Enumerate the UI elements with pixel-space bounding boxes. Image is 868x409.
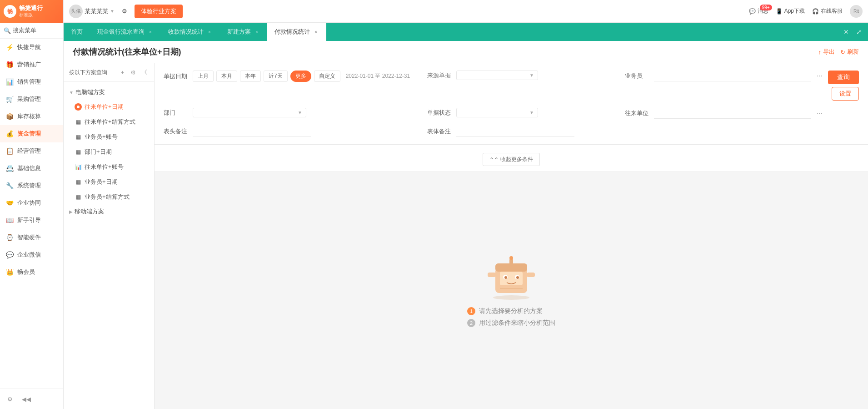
tab-new-scheme[interactable]: 新建方案 × xyxy=(220,23,267,41)
partner-input[interactable] xyxy=(654,108,811,119)
data-area: 1 请先选择要分析的方案 2 用过滤条件来缩小分析范围 xyxy=(155,172,868,409)
sidebar-item-sales[interactable]: 📊 销售管理 xyxy=(0,73,63,91)
tab-payment-stats-close[interactable]: × xyxy=(206,29,213,35)
sidebar-item-basic-info[interactable]: 📇 基础信息 xyxy=(0,160,63,177)
svg-point-0 xyxy=(493,295,529,300)
source-field: 来源单据 ▼ xyxy=(427,71,625,80)
sidebar: 畅 畅捷通行 标准版 🔍 搜索菜单 ⚡ 快捷导航 🎁 营销推广 📊 销售管理 🛒… xyxy=(0,0,64,409)
add-scheme-btn[interactable]: ＋ xyxy=(118,68,127,77)
sidebar-collapse-btn[interactable]: ◀◀ xyxy=(20,393,33,405)
topbar-settings-btn[interactable]: ⚙ xyxy=(118,5,131,18)
body-note-input[interactable] xyxy=(456,126,574,137)
staff-input[interactable] xyxy=(654,71,811,81)
query-btn[interactable]: 查询 xyxy=(828,71,859,84)
sidebar-item-vip[interactable]: 👑 畅会员 xyxy=(0,263,63,281)
empty-illustration xyxy=(484,254,539,300)
export-btn[interactable]: ↑ 导出 xyxy=(818,48,835,56)
app-download-btn[interactable]: 📱 App下载 xyxy=(776,7,805,15)
sidebar-item-purchase[interactable]: 🛒 采购管理 xyxy=(0,91,63,108)
desktop-group-header[interactable]: ▼ 电脑端方案 xyxy=(64,86,154,99)
scheme-table-icon: ▦ xyxy=(75,133,82,141)
scheme-settings-btn[interactable]: ⚙ xyxy=(129,68,138,77)
tab-pay-stats[interactable]: 付款情况统计 × xyxy=(267,23,326,41)
date-btn-custom[interactable]: 自定义 xyxy=(314,71,340,82)
filter-area: 单据日期 上月 本月 本年 近7天 更多 自定义 2022-01-01 至 20… xyxy=(155,63,868,409)
sidebar-item-label: 营销推广 xyxy=(17,61,41,69)
sidebar-item-capital[interactable]: 💰 资金管理 xyxy=(0,125,63,142)
empty-tips: 1 请先选择要分析的方案 2 用过滤条件来缩小分析范围 xyxy=(467,307,555,327)
sidebar-item-hardware[interactable]: ⌚ 智能硬件 xyxy=(0,229,63,246)
basic-info-icon: 📇 xyxy=(5,164,14,172)
voucher-status-field: 单据状态 ▼ xyxy=(427,108,625,117)
trial-btn[interactable]: 体验行业方案 xyxy=(135,5,183,18)
scheme-item-dept-date[interactable]: ▦ 部门+日期 xyxy=(69,145,152,159)
dept-select[interactable]: ▼ xyxy=(193,108,306,117)
mobile-group-header[interactable]: ▶ 移动端方案 xyxy=(64,205,154,218)
message-btn[interactable]: 💬 消息 99+ xyxy=(749,7,768,15)
sidebar-item-label: 采购管理 xyxy=(17,95,41,103)
tab-new-scheme-close[interactable]: × xyxy=(254,29,260,35)
quick-nav-icon: ⚡ xyxy=(5,43,14,51)
scheme-item-label: 往来单位+结算方式 xyxy=(85,118,135,126)
content: 按以下方案查询 ＋ ⚙ 《 xyxy=(64,63,868,409)
header-note-label: 表头备注 xyxy=(164,127,189,136)
sidebar-item-label: 快捷导航 xyxy=(17,43,41,51)
voucher-status-select[interactable]: ▼ xyxy=(456,108,538,117)
date-btn-this-year[interactable]: 本年 xyxy=(240,71,261,82)
tab-bank-flow[interactable]: 现金银行流水查询 × xyxy=(90,23,161,41)
tab-bank-flow-close[interactable]: × xyxy=(147,29,154,35)
operation-icon: 📋 xyxy=(5,147,14,155)
sidebar-item-inventory[interactable]: 📦 库存核算 xyxy=(0,108,63,125)
date-btn-more[interactable]: 更多 xyxy=(290,71,311,82)
footer-settings-btn[interactable]: ⚙ xyxy=(4,393,16,405)
tab-payment-stats[interactable]: 收款情况统计 × xyxy=(161,23,220,41)
scheme-item-partner-account[interactable]: 📊 往来单位+账号 xyxy=(69,160,152,174)
tab-home[interactable]: 首页 xyxy=(64,23,90,41)
scheme-item-staff-settlement[interactable]: ▦ 业务员+结算方式 xyxy=(69,190,152,204)
scheme-gear-icon: ⚙ xyxy=(130,69,136,76)
date-btn-last-month[interactable]: 上月 xyxy=(193,71,214,82)
date-btn-last-7[interactable]: 近7天 xyxy=(264,71,288,82)
wechat-icon: 💬 xyxy=(5,251,14,259)
sidebar-item-operation[interactable]: 📋 经营管理 xyxy=(0,142,63,160)
sidebar-item-wechat[interactable]: 💬 企业微信 xyxy=(0,246,63,263)
sidebar-item-enterprise[interactable]: 🤝 企业协同 xyxy=(0,194,63,212)
svg-rect-10 xyxy=(488,273,496,277)
scheme-item-partner-date[interactable]: 往来单位+日期 xyxy=(69,100,152,114)
sidebar-item-quick-nav[interactable]: ⚡ 快捷导航 xyxy=(0,39,63,56)
sidebar-item-system[interactable]: 🔧 系统管理 xyxy=(0,177,63,194)
refresh-btn[interactable]: ↻ 刷新 xyxy=(840,48,859,56)
sidebar-item-marketing[interactable]: 🎁 营销推广 xyxy=(0,56,63,73)
scheme-item-partner-settlement[interactable]: ▦ 往来单位+结算方式 xyxy=(69,115,152,129)
scheme-item-staff-date[interactable]: ▦ 业务员+日期 xyxy=(69,175,152,189)
filter-row-2: 部门 ▼ 单据状态 ▼ xyxy=(164,108,859,119)
date-btn-this-month[interactable]: 本月 xyxy=(216,71,237,82)
mobile-scheme-group: ▶ 移动端方案 xyxy=(64,205,154,218)
close-all-tabs-btn[interactable]: ✕ xyxy=(841,26,852,37)
sidebar-item-label: 库存核算 xyxy=(17,112,41,121)
partner-more-icon[interactable]: ··· xyxy=(817,109,823,117)
sidebar-item-guide[interactable]: 📖 新手引导 xyxy=(0,212,63,229)
collapse-more-btn[interactable]: ⌃⌃ 收起更多条件 xyxy=(483,153,540,166)
profile-section[interactable]: 头像 某某某某 ▼ xyxy=(69,5,115,18)
online-service-btn[interactable]: 🎧 在线客服 xyxy=(812,7,843,15)
maximize-btn[interactable]: ⤢ xyxy=(853,26,864,37)
tab-pay-stats-close[interactable]: × xyxy=(313,29,319,35)
collapse-btn-label: 收起更多条件 xyxy=(500,156,533,163)
empty-state: 1 请先选择要分析的方案 2 用过滤条件来缩小分析范围 xyxy=(467,254,555,327)
source-label: 来源单据 xyxy=(427,71,453,80)
user-avatar[interactable]: Rit xyxy=(850,5,863,18)
search-menu[interactable]: 🔍 搜索菜单 xyxy=(0,23,63,39)
page-header: 付款情况统计(往来单位+日期) ↑ 导出 ↻ 刷新 xyxy=(64,41,868,63)
staff-more-icon[interactable]: ··· xyxy=(817,72,823,80)
filter-row-3: 表头备注 表体备注 xyxy=(164,126,859,137)
page: 付款情况统计(往来单位+日期) ↑ 导出 ↻ 刷新 按以下方案查询 xyxy=(64,41,868,409)
partner-field: 往来单位 ··· xyxy=(625,108,823,119)
scheme-panel-collapse-btn[interactable]: 《 xyxy=(140,68,149,77)
filter-settings-btn[interactable]: 设置 xyxy=(832,87,859,101)
source-select[interactable]: ▼ xyxy=(456,71,538,80)
tip-text-1: 请先选择要分析的方案 xyxy=(479,307,543,315)
scheme-item-staff-account[interactable]: ▦ 业务员+账号 xyxy=(69,130,152,144)
add-icon: ＋ xyxy=(120,68,125,76)
header-note-input[interactable] xyxy=(193,126,311,137)
